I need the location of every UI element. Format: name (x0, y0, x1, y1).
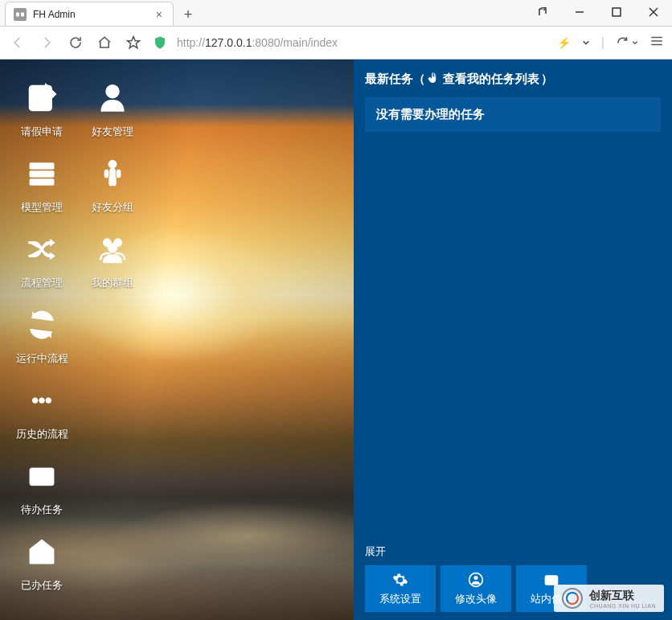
tab-close-icon[interactable]: × (154, 8, 165, 21)
svg-point-11 (107, 85, 119, 97)
expand-link[interactable]: 展开 (365, 544, 661, 559)
no-task-box: 没有需要办理的任务 (365, 97, 661, 132)
chevron-down-icon[interactable] (582, 35, 590, 50)
tile-grid: 请假申请 好友管理 模型管理 好友分组 流程管理 我的群组 (0, 60, 354, 618)
home-button[interactable] (95, 33, 114, 52)
tile-model-manage[interactable]: 模型管理 (6, 150, 77, 225)
sync-icon (24, 307, 59, 343)
maximize-button[interactable] (598, 0, 635, 24)
forward-button[interactable] (37, 33, 56, 52)
watermark-sub: CHUANG XIN HU LIAN (589, 603, 656, 609)
refresh-dropdown[interactable] (616, 35, 638, 50)
svg-point-27 (46, 398, 51, 404)
svg-rect-3 (613, 8, 621, 16)
close-window-button[interactable] (635, 0, 672, 24)
tile-running-process[interactable]: 运行中流程 (6, 301, 77, 376)
svg-rect-19 (109, 176, 113, 186)
minimize-button[interactable] (561, 0, 598, 24)
tile-friend-manage[interactable]: 好友管理 (77, 74, 148, 150)
content-area: 请假申请 好友管理 模型管理 好友分组 流程管理 我的群组 (0, 60, 672, 620)
watermark: 创新互联 CHUANG XIN HU LIAN (554, 585, 664, 612)
tile-label: 已办任务 (21, 579, 63, 593)
right-panel: 最新任务（ 查看我的任务列表 ） 没有需要办理的任务 展开 系统设置 修改头像 … (354, 60, 672, 620)
svg-rect-1 (21, 12, 24, 16)
new-tab-button[interactable]: + (177, 3, 199, 26)
bolt-icon[interactable]: ⚡ (557, 36, 571, 49)
watermark-brand: 创新互联 (589, 589, 634, 602)
tile-label: 模型管理 (21, 201, 63, 215)
system-settings-button[interactable]: 系统设置 (365, 565, 436, 612)
addr-right-icons: ⚡ | (557, 34, 664, 51)
svg-rect-18 (117, 170, 121, 178)
svg-point-15 (109, 160, 117, 168)
tab-title: FH Admin (33, 9, 147, 20)
button-label: 系统设置 (379, 593, 421, 606)
tile-label: 待办任务 (21, 503, 63, 517)
gear-icon (392, 572, 408, 588)
watermark-logo-icon (562, 588, 583, 609)
tile-done-task[interactable]: 已办任务 (6, 528, 77, 603)
browser-tab-bar: FH Admin × + (0, 0, 672, 27)
no-task-text: 没有需要办理的任务 (376, 108, 485, 121)
envelope-icon (24, 458, 59, 494)
envelope-open-icon (24, 534, 59, 569)
change-avatar-button[interactable]: 修改头像 (440, 565, 511, 612)
button-label: 修改头像 (455, 593, 497, 606)
svg-rect-14 (30, 179, 54, 186)
tile-label: 运行中流程 (16, 352, 68, 366)
hand-icon (427, 71, 441, 88)
tile-todo-task[interactable]: 待办任务 (6, 452, 77, 528)
url-scheme: http:// (177, 36, 205, 49)
tile-process-manage[interactable]: 流程管理 (6, 225, 77, 301)
svg-rect-17 (104, 170, 109, 178)
avatar-icon (468, 572, 484, 588)
user-icon (95, 80, 130, 116)
tile-label: 流程管理 (21, 277, 63, 290)
tile-label: 历史的流程 (16, 428, 68, 441)
reload-button[interactable] (66, 33, 85, 52)
server-icon (24, 156, 59, 191)
svg-marker-6 (128, 37, 140, 48)
svg-rect-13 (30, 171, 54, 178)
tab-favicon-icon (14, 8, 27, 21)
menu-button[interactable] (649, 34, 664, 51)
svg-point-23 (108, 244, 117, 253)
url-host: 127.0.0.1 (205, 36, 252, 49)
person-icon (95, 156, 130, 191)
task-header-link[interactable]: 查看我的任务列表 (443, 72, 539, 87)
edit-icon (24, 80, 59, 116)
tile-label: 好友管理 (92, 125, 133, 139)
svg-rect-12 (30, 163, 54, 170)
task-header: 最新任务（ 查看我的任务列表 ） (365, 71, 661, 88)
shuffle-icon (24, 232, 59, 267)
left-dashboard: 请假申请 好友管理 模型管理 好友分组 流程管理 我的群组 (0, 60, 354, 620)
address-bar: http://127.0.0.1:8080/main/index ⚡ | (0, 27, 672, 60)
users-icon (95, 232, 130, 267)
url-port: :8080 (252, 36, 280, 49)
svg-point-25 (32, 398, 38, 404)
url-path: /main/index (280, 36, 338, 49)
window-controls (524, 0, 672, 24)
tile-label: 好友分组 (92, 201, 133, 215)
dots-icon (24, 383, 59, 418)
task-header-suffix: ） (541, 72, 553, 87)
browser-tab[interactable]: FH Admin × (5, 2, 174, 26)
tile-label: 我的群组 (92, 277, 133, 290)
tile-my-groups[interactable]: 我的群组 (77, 225, 148, 301)
tile-history-process[interactable]: 历史的流程 (6, 376, 77, 452)
svg-rect-0 (16, 12, 19, 16)
svg-rect-20 (113, 176, 116, 186)
tile-friend-group[interactable]: 好友分组 (77, 150, 148, 225)
back-button[interactable] (8, 33, 27, 52)
svg-point-26 (39, 398, 45, 404)
divider: | (601, 35, 604, 50)
window-spacer-icon[interactable] (524, 0, 561, 24)
task-header-prefix: 最新任务（ (365, 72, 425, 87)
svg-point-30 (474, 576, 478, 580)
shield-icon[interactable] (153, 35, 167, 50)
favorite-button[interactable] (124, 33, 143, 52)
tile-label: 请假申请 (21, 125, 63, 139)
tile-leave-apply[interactable]: 请假申请 (6, 74, 77, 150)
url-display[interactable]: http://127.0.0.1:8080/main/index (177, 36, 547, 49)
